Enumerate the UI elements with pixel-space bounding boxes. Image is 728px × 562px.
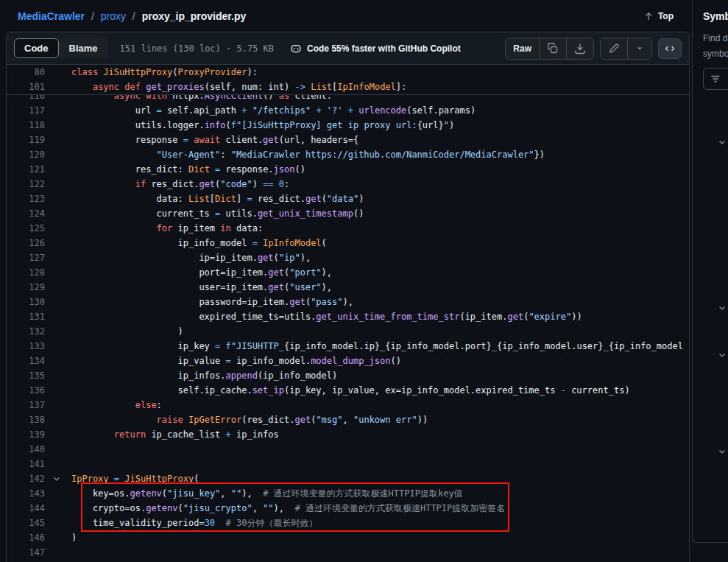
line-number[interactable]: 147 [7,545,45,560]
chevron-down-icon[interactable] [718,447,727,456]
fold-gutter [45,530,71,545]
line-number[interactable]: 122 [7,177,45,192]
line-number[interactable]: 120 [7,147,45,162]
line-number[interactable]: 136 [7,383,45,398]
symbols-filter-box [703,68,728,90]
code-text: current_ts = utils.get_unix_timestamp() [71,206,364,221]
fold-gutter [45,545,71,560]
code-text: expired_time_ts=utils.get_unix_time_from… [71,309,582,324]
code-line: 141 [7,457,689,471]
symbol-item[interactable] [718,109,728,127]
chevron-down-icon[interactable] [718,138,727,147]
symbol-item[interactable] [718,346,728,364]
copilot-promo-label: Code 55% faster with GitHub Copilot [307,43,461,54]
line-number[interactable]: 119 [7,133,45,147]
fold-gutter [45,192,71,206]
line-number[interactable]: 139 [7,427,45,442]
line-number[interactable]: 145 [7,516,45,530]
code-text: class JiSuHttpProxy(ProxyProvider): [71,65,258,80]
download-icon [574,43,586,55]
line-number[interactable]: 138 [7,412,45,427]
breadcrumb-repo-link[interactable]: MediaCrawler [18,10,85,22]
symbols-panel-toggle-button[interactable] [658,38,682,59]
code-text: time_validity_period=30 # 30分钟（最长时效） [71,516,317,530]
code-line: 137 else: [7,398,689,412]
code-text: async def get_proxies(self, num: int) ->… [71,80,406,94]
code-text: ) [71,530,77,545]
code-text: port=ip_item.get("port"), [71,265,332,280]
code-line: 126 ip_info_model = IpInfoModel( [7,236,689,250]
line-number[interactable]: 144 [7,501,45,516]
line-number[interactable]: 118 [7,118,45,133]
edit-file-button[interactable] [601,38,627,59]
tab-code[interactable]: Code [14,38,59,58]
download-raw-button[interactable] [566,38,593,59]
symbol-item[interactable] [718,133,728,151]
edit-options-dropdown[interactable] [627,38,651,59]
fold-gutter [45,427,71,442]
line-number[interactable]: 146 [7,530,45,545]
edit-button-group [600,38,652,60]
line-number[interactable]: 117 [7,103,45,118]
breadcrumb-file-name: proxy_ip_provider.py [142,10,247,22]
breadcrumb-folder-link[interactable]: proxy [101,10,126,22]
code-line: 119 response = await client.get(url, hea… [7,133,689,147]
breadcrumb-separator: / [129,10,139,22]
code-line: 123 data: List[Dict] = res_dict.get("dat… [7,192,689,206]
line-number[interactable]: 101 [7,80,45,94]
line-number[interactable]: 137 [7,398,45,412]
fold-gutter [45,206,71,221]
symbol-item[interactable] [718,299,728,317]
symbol-item[interactable] [718,513,728,531]
scroll-to-top-button[interactable]: Top [639,8,678,24]
code-text: res_dict: Dict = response.json() [71,162,305,177]
chevron-down-icon[interactable] [718,303,727,312]
line-number[interactable]: 80 [7,65,45,80]
line-number[interactable]: 142 [7,471,45,486]
line-number[interactable]: 132 [7,324,45,339]
code-line: 140 [7,442,689,457]
line-number[interactable]: 135 [7,368,45,383]
line-number[interactable]: 133 [7,339,45,354]
line-number[interactable]: 123 [7,192,45,206]
line-number[interactable]: 130 [7,295,45,309]
symbol-item[interactable] [718,443,728,460]
fold-gutter [45,442,71,457]
line-number[interactable]: 127 [7,250,45,265]
line-number[interactable]: 126 [7,236,45,250]
line-number[interactable]: 141 [7,457,45,471]
fold-gutter [45,103,71,118]
tab-blame[interactable]: Blame [59,38,108,58]
fold-gutter [45,309,71,324]
sticky-scope-lines: 80class JiSuHttpProxy(ProxyProvider):101… [7,65,689,95]
code-text: ip_key = f"JISUHTTP_{ip_info_model.ip}_{… [71,339,683,354]
line-number[interactable]: 124 [7,206,45,221]
code-line: 145 time_validity_period=30 # 30分钟（最长时效） [7,516,689,530]
code-text: data: List[Dict] = res_dict.get("data") [71,192,364,206]
chevron-down-icon[interactable] [718,351,727,359]
fold-gutter [45,65,71,80]
copy-raw-button[interactable] [539,38,566,59]
copilot-promo[interactable]: Code 55% faster with GitHub Copilot [290,43,461,55]
code-symbols-icon [665,43,675,54]
line-number[interactable]: 128 [7,265,45,280]
code-line: 118 utils.logger.info(f"[JiSuHttpProxy] … [7,118,689,133]
code-text: key=os.getenv("jisu_key", ""), # 通过环境变量的… [71,486,463,501]
code-text: ip_info_model = IpInfoModel( [71,236,327,250]
code-line: 146) [7,530,689,545]
line-number[interactable]: 121 [7,162,45,177]
line-number[interactable]: 125 [7,221,45,236]
line-number[interactable]: 116 [7,95,45,103]
toolbar-actions: Raw [505,38,682,60]
fold-chevron-icon[interactable] [45,471,71,486]
line-number[interactable]: 134 [7,354,45,368]
code-text: if res_dict.get("code") == 0: [71,177,289,192]
fold-gutter [45,398,71,412]
line-number[interactable]: 140 [7,442,45,457]
line-number[interactable]: 129 [7,280,45,295]
raw-button[interactable]: Raw [506,38,539,59]
fold-gutter [45,457,71,471]
line-number[interactable]: 143 [7,486,45,501]
code-text: password=ip_item.get("pass"), [71,295,353,309]
line-number[interactable]: 131 [7,309,45,324]
